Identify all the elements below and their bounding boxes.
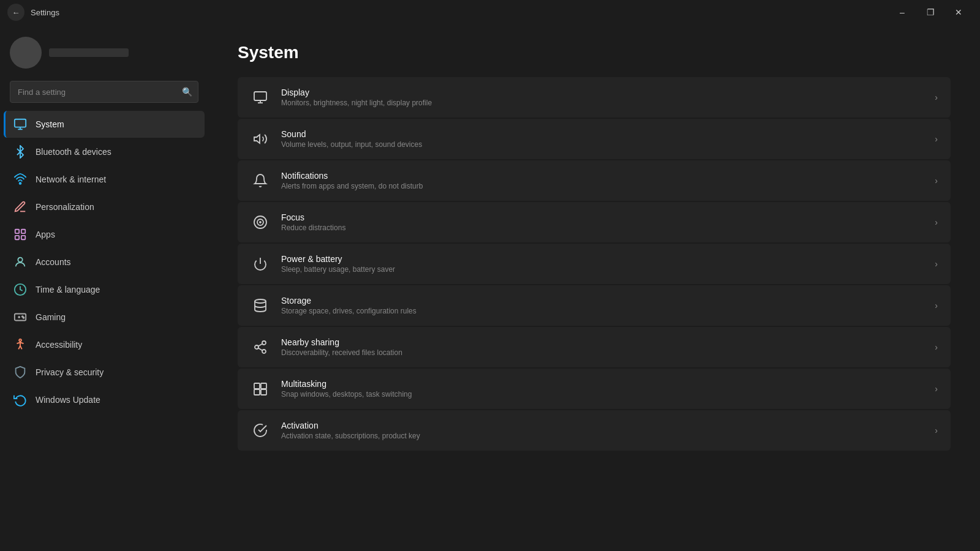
sidebar-item-label: Bluetooth & devices [36,147,111,157]
svg-rect-4 [15,230,19,233]
settings-item-storage[interactable]: Storage Storage space, drives, configura… [238,285,951,326]
notifications-icon [251,171,270,190]
chevron-icon: › [935,134,938,144]
settings-item-desc: Sleep, battery usage, battery saver [281,265,924,274]
svg-rect-31 [254,383,260,389]
avatar [10,37,42,69]
settings-item-title: Multitasking [281,379,924,389]
svg-rect-33 [254,389,260,395]
sidebar-item-privacy[interactable]: Privacy & security [4,359,205,386]
chevron-icon: › [935,342,938,352]
settings-item-text: Display Monitors, brightness, night ligh… [281,88,924,107]
focus-icon [251,212,270,232]
settings-item-title: Sound [281,129,924,139]
sidebar-item-update[interactable]: Windows Update [4,386,205,413]
titlebar-title: Settings [31,8,882,17]
time-icon [13,283,27,296]
svg-point-23 [260,222,261,223]
back-button[interactable]: ← [7,4,24,21]
settings-item-title: Storage [281,296,924,305]
personalization-icon [13,200,27,214]
settings-item-sound[interactable]: Sound Volume levels, output, input, soun… [238,119,951,159]
app-body: 🔍 System Bluetooth & devices Network & i… [0,24,980,551]
settings-item-desc: Discoverability, received files location [281,348,924,357]
svg-line-29 [258,348,263,351]
sidebar-item-label: Accessibility [36,340,82,350]
svg-line-30 [258,344,263,347]
settings-item-desc: Storage space, drives, configuration rul… [281,307,924,315]
svg-rect-6 [15,236,19,239]
accessibility-icon [13,338,27,351]
settings-item-title: Focus [281,212,924,222]
settings-item-power[interactable]: Power & battery Sleep, battery usage, ba… [238,244,951,284]
sidebar-item-accessibility[interactable]: Accessibility [4,331,205,358]
sidebar-item-system[interactable]: System [4,111,205,138]
nav-list: System Bluetooth & devices Network & int… [0,110,208,551]
sidebar-item-label: Privacy & security [36,367,104,377]
sidebar-item-label: Time & language [36,285,100,294]
titlebar: ← Settings – ❐ ✕ [0,0,980,24]
svg-point-3 [20,182,21,184]
svg-point-28 [262,350,266,353]
restore-button[interactable]: ❐ [916,2,944,22]
svg-point-26 [262,341,266,345]
close-button[interactable]: ✕ [944,2,973,22]
settings-item-activation[interactable]: Activation Activation state, subscriptio… [238,410,951,451]
settings-item-title: Power & battery [281,254,924,264]
sidebar-item-label: Network & internet [36,174,106,184]
settings-item-nearby[interactable]: Nearby sharing Discoverability, received… [238,327,951,367]
settings-item-text: Activation Activation state, subscriptio… [281,421,924,440]
sidebar-item-accounts[interactable]: Accounts [4,249,205,276]
activation-icon [251,421,270,440]
settings-item-text: Sound Volume levels, output, input, soun… [281,129,924,149]
sidebar-item-bluetooth[interactable]: Bluetooth & devices [4,138,205,165]
user-name [49,48,129,57]
settings-item-title: Activation [281,421,924,430]
settings-item-desc: Snap windows, desktops, task switching [281,390,924,399]
sidebar-item-label: System [36,119,64,129]
sidebar-item-personalization[interactable]: Personalization [4,193,205,220]
svg-point-27 [255,345,258,349]
settings-item-notifications[interactable]: Notifications Alerts from apps and syste… [238,160,951,201]
settings-item-text: Storage Storage space, drives, configura… [281,296,924,315]
sidebar-item-gaming[interactable]: Gaming [4,304,205,331]
window-controls: – ❐ ✕ [888,2,973,22]
svg-rect-32 [261,383,266,389]
sidebar-item-apps[interactable]: Apps [4,221,205,248]
gaming-icon [13,310,27,324]
settings-item-display[interactable]: Display Monitors, brightness, night ligh… [238,77,951,118]
main-content: System Display Monitors, brightness, nig… [208,24,980,551]
chevron-icon: › [935,92,938,102]
settings-list: Display Monitors, brightness, night ligh… [238,77,951,451]
svg-rect-0 [15,119,26,127]
accounts-icon [13,255,27,269]
settings-item-text: Focus Reduce distractions [281,212,924,232]
search-input[interactable] [10,81,198,103]
settings-item-title: Notifications [281,171,924,181]
network-icon [13,173,27,186]
svg-marker-20 [254,135,260,143]
settings-item-text: Nearby sharing Discoverability, received… [281,337,924,357]
svg-point-25 [255,299,266,303]
display-icon [251,88,270,107]
search-box[interactable]: 🔍 [10,81,198,103]
settings-item-multitasking[interactable]: Multitasking Snap windows, desktops, tas… [238,369,951,409]
sidebar-item-label: Windows Update [36,395,100,405]
chevron-icon: › [935,176,938,186]
svg-rect-34 [261,389,266,395]
sidebar-item-network[interactable]: Network & internet [4,166,205,193]
chevron-icon: › [935,384,938,394]
settings-item-focus[interactable]: Focus Reduce distractions › [238,202,951,242]
svg-point-14 [23,317,24,318]
sidebar-item-time[interactable]: Time & language [4,276,205,303]
minimize-button[interactable]: – [888,2,916,22]
system-icon [13,118,27,131]
sidebar-item-label: Gaming [36,312,66,322]
sidebar-item-label: Personalization [36,202,94,212]
sidebar: 🔍 System Bluetooth & devices Network & i… [0,24,208,551]
svg-point-8 [18,258,22,262]
settings-item-text: Power & battery Sleep, battery usage, ba… [281,254,924,274]
settings-item-text: Multitasking Snap windows, desktops, tas… [281,379,924,399]
search-icon: 🔍 [182,87,192,97]
chevron-icon: › [935,425,938,435]
